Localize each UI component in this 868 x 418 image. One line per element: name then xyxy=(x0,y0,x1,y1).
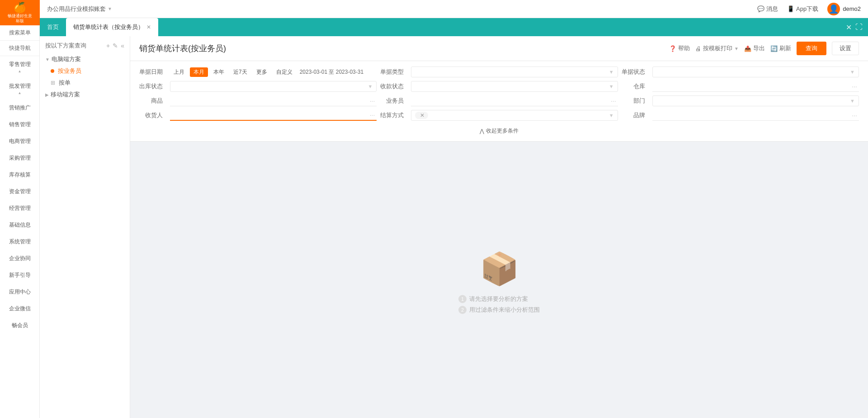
date-btn-last-month[interactable]: 上月 xyxy=(170,67,188,77)
date-btn-7days[interactable]: 近7天 xyxy=(230,67,251,77)
query-button[interactable]: 查询 xyxy=(797,42,826,55)
consignee-input[interactable]: ··· xyxy=(170,110,377,121)
user-menu[interactable]: 👤 demo2 xyxy=(827,3,861,15)
tree-group-chevron: ▼ xyxy=(45,57,50,62)
sidebar-item-newguide[interactable]: 新手引导 xyxy=(0,267,39,284)
help-label: 帮助 xyxy=(678,44,690,52)
tree-group-desktop[interactable]: ▼ 电脑端方案 xyxy=(40,53,130,65)
left-panel-actions: + ✎ « xyxy=(106,42,124,49)
warehouse-input[interactable]: ··· xyxy=(652,81,859,92)
empty-tips: 1 请先选择要分析的方案 2 用过滤条件来缩小分析范围 xyxy=(458,295,540,314)
warehouse-dots[interactable]: ··· xyxy=(852,83,857,90)
sidebar-item-label: 基础信息 xyxy=(9,221,31,229)
sidebar-quick-nav[interactable]: 快捷导航 xyxy=(0,41,39,56)
salesperson-dots[interactable]: ··· xyxy=(611,97,616,104)
sidebar-item-label: 电商管理 xyxy=(9,138,31,145)
date-label: 单据日期 xyxy=(139,68,166,76)
payment-label: 收款状态 xyxy=(380,82,407,90)
date-btn-more[interactable]: 更多 xyxy=(253,67,271,77)
salesperson-input[interactable]: ··· xyxy=(411,95,618,106)
consignee-dots[interactable]: ··· xyxy=(370,111,375,119)
sidebar-item-sales[interactable]: 销售管理 xyxy=(0,116,39,133)
sidebar-item-enterprise[interactable]: 企业协同 xyxy=(0,250,39,267)
tree-item-grid-icon: ⊞ xyxy=(51,80,55,86)
tip-1-text: 请先选择要分析的方案 xyxy=(469,295,528,303)
sidebar-item-appcenter[interactable]: 应用中心 xyxy=(0,284,39,300)
message-button[interactable]: 💬 消息 xyxy=(757,5,778,13)
dept-input[interactable]: ▼ xyxy=(652,95,859,106)
settlement-input[interactable]: ✕ ▼ xyxy=(411,110,618,121)
tree-item-by-salesperson[interactable]: 按业务员 xyxy=(40,65,130,77)
tab-maximize-icon[interactable]: ⛶ xyxy=(855,23,863,31)
topbar: 办公用品行业模拟账套 ▼ 💬 消息 📱 App下载 👤 demo2 xyxy=(40,0,868,18)
help-icon: ❓ xyxy=(669,45,676,52)
empty-state: 📦 ✦ 1 请先选择要分析的方案 2 用过滤条件来缩小分析范围 xyxy=(130,142,868,418)
account-dropdown[interactable]: 办公用品行业模拟账套 ▼ xyxy=(47,5,112,13)
doc-type-input[interactable]: ▼ xyxy=(411,66,618,77)
sidebar-item-wholesale[interactable]: 批发管理 ▲ xyxy=(0,78,39,100)
help-button[interactable]: ❓ 帮助 xyxy=(669,44,690,52)
sidebar-search[interactable]: 搜索菜单 xyxy=(0,25,39,41)
left-panel: 按以下方案查询 + ✎ « ▼ 电脑端方案 按业务员 ⊞ 按单 xyxy=(40,36,130,418)
refresh-label: 刷新 xyxy=(779,44,791,52)
date-btn-this-year[interactable]: 本年 xyxy=(210,67,228,77)
goods-dots[interactable]: ··· xyxy=(370,97,375,104)
date-btn-custom[interactable]: 自定义 xyxy=(273,67,296,77)
export-button[interactable]: 📤 导出 xyxy=(744,44,765,52)
filter-area: 单据日期 上月 本月 本年 近7天 更多 自定义 2023-03-01 至 20… xyxy=(130,61,868,142)
goods-label: 商品 xyxy=(139,97,166,105)
main-area: 办公用品行业模拟账套 ▼ 💬 消息 📱 App下载 👤 demo2 首页 xyxy=(40,0,868,418)
sidebar-item-label: 资金管理 xyxy=(9,188,31,195)
tab-close-icon[interactable]: ✕ xyxy=(146,24,151,30)
tree-group-label: 电脑端方案 xyxy=(52,55,81,63)
settings-button[interactable]: 设置 xyxy=(832,42,859,55)
settlement-clear-icon[interactable]: ✕ xyxy=(420,112,425,119)
tree-item-by-order[interactable]: ⊞ 按单 xyxy=(40,77,130,89)
sidebar-item-finance[interactable]: 资金管理 xyxy=(0,183,39,200)
collapse-button[interactable]: ⋀ 收起更多条件 xyxy=(480,127,519,135)
user-name: demo2 xyxy=(843,5,861,12)
tab-home-label: 首页 xyxy=(47,23,59,31)
sidebar-item-inventory[interactable]: 库存核算 xyxy=(0,166,39,183)
sidebar-item-member[interactable]: 畅会员 xyxy=(0,317,39,334)
sidebar-item-retail[interactable]: 零售管理 ▲ xyxy=(0,56,39,78)
sidebar-item-system[interactable]: 系统管理 xyxy=(0,233,39,250)
account-dropdown-chevron: ▼ xyxy=(108,6,112,11)
add-scheme-icon[interactable]: + xyxy=(106,42,110,49)
tree-group-mobile[interactable]: ▶ 移动端方案 xyxy=(40,89,130,100)
doc-status-input[interactable]: ▼ xyxy=(652,66,859,77)
app-download-button[interactable]: 📱 App下载 xyxy=(787,5,818,13)
date-btn-this-month[interactable]: 本月 xyxy=(190,67,208,77)
sidebar-item-ecommerce[interactable]: 电商管理 xyxy=(0,133,39,150)
payment-input[interactable]: ▼ xyxy=(411,81,618,92)
sidebar-item-label: 库存核算 xyxy=(9,171,31,179)
sidebar-item-operations[interactable]: 经营管理 xyxy=(0,200,39,217)
consignee-label: 收货人 xyxy=(139,111,166,119)
collapse-label: 收起更多条件 xyxy=(486,127,519,135)
date-range: 2023-03-01 至 2023-03-31 xyxy=(300,68,363,76)
print-icon: 🖨 xyxy=(695,45,701,52)
tab-close-window-icon[interactable]: ✕ xyxy=(846,23,852,32)
brand-input[interactable]: ··· xyxy=(652,110,859,121)
template-print-button[interactable]: 🖨 按模板打印 ▼ xyxy=(695,44,739,52)
sidebar-item-purchase[interactable]: 采购管理 xyxy=(0,150,39,166)
collapse-panel-icon[interactable]: « xyxy=(121,42,124,49)
tree-item-dot xyxy=(51,69,54,73)
sidebar-item-base[interactable]: 基础信息 xyxy=(0,217,39,233)
sidebar-item-label: 企业协同 xyxy=(9,255,31,262)
tree-item-label: 按单 xyxy=(59,79,71,87)
edit-scheme-icon[interactable]: ✎ xyxy=(113,42,118,49)
sidebar-item-label: 系统管理 xyxy=(9,238,31,246)
sidebar-item-label: 经营管理 xyxy=(9,204,31,212)
sidebar-item-marketing[interactable]: 营销推广 xyxy=(0,100,39,116)
tab-home[interactable]: 首页 xyxy=(40,18,66,36)
sidebar-item-corpwechat[interactable]: 企业微信 xyxy=(0,300,39,317)
sidebar-logo: 🍊 畅捷通好生意标版 xyxy=(0,0,40,25)
tab-sales-stat[interactable]: 销货单统计表（按业务员） ✕ xyxy=(66,18,158,36)
outbound-input[interactable]: ▼ xyxy=(170,81,377,92)
goods-input[interactable]: ··· xyxy=(170,95,377,106)
message-label: 消息 xyxy=(766,5,778,13)
refresh-button[interactable]: 🔄 刷新 xyxy=(770,44,791,52)
warehouse-label: 仓库 xyxy=(622,82,649,90)
brand-dots[interactable]: ··· xyxy=(852,112,857,119)
